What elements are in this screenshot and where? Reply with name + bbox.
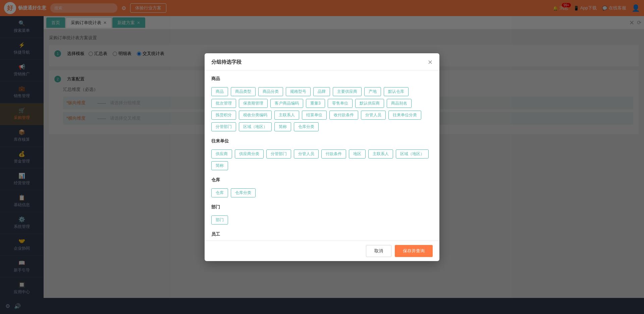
field-tag-partner-6[interactable]: 主联系人 — [368, 149, 393, 159]
field-tag-product-20[interactable]: 分管人员 — [361, 111, 386, 120]
section-product: 商品 商品 商品类型 商品分类 规格型号 品牌 主要供应商 产地 默认仓库 批次… — [211, 76, 433, 131]
section-department: 部门 部门 — [211, 204, 433, 225]
modal-close-icon[interactable]: ✕ — [428, 59, 433, 66]
partner-field-grid: 供应商 供应商分类 分管部门 分管人员 付款条件 地区 主联系人 区域（地区） … — [211, 149, 433, 170]
field-tag-warehouse-1[interactable]: 仓库分类 — [231, 188, 256, 197]
modal-overlay: 分组待选字段 ✕ 商品 商品 商品类型 商品分类 规格型号 品牌 主要供应商 产… — [0, 0, 644, 314]
department-field-grid: 部门 — [211, 215, 433, 225]
field-tag-product-16[interactable]: 税收分类编码 — [239, 111, 272, 120]
cancel-button[interactable]: 取消 — [366, 245, 391, 257]
field-tag-product-21[interactable]: 往来单位分类 — [388, 111, 421, 120]
field-tag-product-12[interactable]: 零售单位 — [328, 99, 353, 108]
field-tag-product-25[interactable]: 仓库分类 — [294, 122, 319, 131]
section-employee-title: 员工 — [211, 231, 433, 239]
field-tag-warehouse-0[interactable]: 仓库 — [211, 188, 228, 197]
field-tag-product-0[interactable]: 商品 — [211, 87, 228, 96]
field-tag-partner-2[interactable]: 分管部门 — [266, 149, 291, 159]
field-tag-product-4[interactable]: 品牌 — [313, 87, 330, 96]
field-tag-product-7[interactable]: 默认仓库 — [384, 87, 409, 96]
section-warehouse-title: 仓库 — [211, 177, 433, 185]
field-tag-product-3[interactable]: 规格型号 — [286, 87, 311, 96]
section-warehouse: 仓库 仓库 仓库分类 — [211, 177, 433, 197]
field-tag-product-10[interactable]: 客户商品编码 — [270, 99, 303, 108]
field-tag-partner-0[interactable]: 供应商 — [211, 149, 232, 159]
field-tag-product-15[interactable]: 拣货积分 — [211, 111, 236, 120]
field-tag-product-23[interactable]: 区域（地区） — [239, 122, 272, 131]
field-tag-product-1[interactable]: 商品类型 — [231, 87, 256, 96]
field-tag-product-14[interactable]: 商品别名 — [387, 99, 412, 108]
modal-footer: 取消 保存并查询 — [205, 241, 439, 261]
field-tag-partner-1[interactable]: 供应商分类 — [235, 149, 264, 159]
product-field-grid: 商品 商品类型 商品分类 规格型号 品牌 主要供应商 产地 默认仓库 批次管理 … — [211, 87, 433, 131]
section-partner-title: 往来单位 — [211, 138, 433, 146]
field-tag-dept-0[interactable]: 部门 — [211, 215, 228, 225]
save-query-button[interactable]: 保存并查询 — [395, 245, 433, 257]
field-tag-product-6[interactable]: 产地 — [364, 87, 381, 96]
field-tag-product-18[interactable]: 结算单位 — [302, 111, 327, 120]
field-tag-product-24[interactable]: 简称 — [274, 122, 291, 131]
field-tag-product-11[interactable]: 重量3 — [306, 99, 325, 108]
field-tag-partner-7[interactable]: 区域（地区） — [396, 149, 429, 159]
field-tag-product-17[interactable]: 主联系人 — [274, 111, 299, 120]
field-tag-partner-5[interactable]: 地区 — [349, 149, 366, 159]
warehouse-field-grid: 仓库 仓库分类 — [211, 188, 433, 197]
modal-dialog: 分组待选字段 ✕ 商品 商品 商品类型 商品分类 规格型号 品牌 主要供应商 产… — [205, 53, 439, 261]
section-partner: 往来单位 供应商 供应商分类 分管部门 分管人员 付款条件 地区 主联系人 区域… — [211, 138, 433, 170]
field-tag-product-9[interactable]: 保质期管理 — [239, 99, 268, 108]
modal-title: 分组待选字段 — [211, 59, 241, 65]
section-employee: 员工 业务员 — [211, 231, 433, 241]
field-tag-partner-3[interactable]: 分管人员 — [294, 149, 319, 159]
field-tag-product-8[interactable]: 批次管理 — [211, 99, 236, 108]
field-tag-product-2[interactable]: 商品分类 — [258, 87, 283, 96]
section-department-title: 部门 — [211, 204, 433, 212]
field-tag-product-5[interactable]: 主要供应商 — [333, 87, 362, 96]
field-tag-product-19[interactable]: 收付款条件 — [329, 111, 358, 120]
modal-body: 商品 商品 商品类型 商品分类 规格型号 品牌 主要供应商 产地 默认仓库 批次… — [205, 70, 439, 241]
field-tag-product-13[interactable]: 默认供应商 — [355, 99, 384, 108]
field-tag-partner-4[interactable]: 付款条件 — [321, 149, 346, 159]
field-tag-partner-8[interactable]: 简称 — [211, 161, 228, 170]
field-tag-product-22[interactable]: 分管部门 — [211, 122, 236, 131]
modal-header: 分组待选字段 ✕ — [205, 53, 439, 70]
section-product-title: 商品 — [211, 76, 433, 84]
